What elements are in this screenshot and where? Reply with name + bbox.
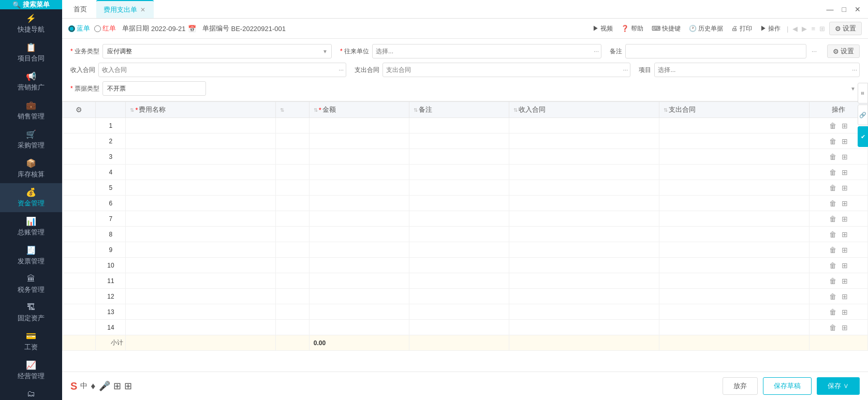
sidebar-item-marketing[interactable]: 📢营销推广	[0, 67, 62, 96]
cell-income-10[interactable]	[509, 258, 659, 273]
cell-name-3[interactable]	[126, 149, 276, 165]
cell-note-5[interactable]	[409, 180, 509, 196]
th-sort-sort-icon[interactable]: ⇅	[280, 107, 284, 113]
th-expense[interactable]: ⇅ 支出合同	[659, 102, 810, 118]
cell-income-14[interactable]	[509, 320, 659, 335]
input-expense-13[interactable]	[664, 308, 805, 316]
input-expense-4[interactable]	[664, 169, 805, 176]
input-expense-2[interactable]	[664, 138, 805, 145]
input-income-8[interactable]	[513, 231, 655, 238]
cell-amount-3[interactable]	[309, 149, 409, 165]
copy-row-9[interactable]: ⊞	[841, 245, 849, 255]
project-input[interactable]	[655, 66, 850, 73]
footer-icon-apps[interactable]: ⊞	[124, 380, 132, 392]
input-income-4[interactable]	[513, 169, 655, 176]
copy-row-1[interactable]: ⊞	[841, 121, 849, 131]
input-name-7[interactable]	[130, 215, 271, 223]
cell-note-8[interactable]	[409, 227, 509, 242]
delete-row-6[interactable]: 🗑	[828, 198, 837, 209]
cell-income-5[interactable]	[509, 180, 659, 196]
input-amount-8[interactable]	[314, 231, 405, 238]
cell-expense-3[interactable]	[659, 149, 810, 165]
cell-amount-10[interactable]	[309, 258, 409, 273]
input-amount-7[interactable]	[314, 215, 405, 223]
copy-row-7[interactable]: ⊞	[841, 214, 849, 224]
cell-amount-7[interactable]	[309, 211, 409, 227]
calendar-icon[interactable]: 📅	[188, 25, 196, 33]
action-history[interactable]: 🕐 历史单据	[687, 23, 725, 34]
footer-icon-s[interactable]: S	[70, 380, 77, 392]
cell-expense-4[interactable]	[659, 165, 810, 180]
th-income-sort-icon[interactable]: ⇅	[513, 107, 518, 113]
cell-note-6[interactable]	[409, 196, 509, 211]
input-amount-9[interactable]	[314, 246, 405, 254]
cell-name-11[interactable]	[126, 273, 276, 289]
input-note-8[interactable]	[414, 231, 505, 238]
th-income[interactable]: ⇅ 收入合同	[509, 102, 659, 118]
input-amount-3[interactable]	[314, 153, 405, 160]
partner-input[interactable]	[373, 48, 592, 55]
input-expense-1[interactable]	[664, 122, 805, 129]
input-note-10[interactable]	[414, 262, 505, 269]
cell-note-2[interactable]	[409, 134, 509, 149]
delete-row-12[interactable]: 🗑	[828, 291, 837, 302]
cell-note-9[interactable]	[409, 242, 509, 258]
cell-income-2[interactable]	[509, 134, 659, 149]
input-income-7[interactable]	[513, 215, 655, 223]
sidebar-item-sales-mgmt[interactable]: 💼销售管理	[0, 96, 62, 125]
th-amount[interactable]: ⇅ * 金额	[309, 102, 409, 118]
sidebar-item-invoice-mgmt[interactable]: 🧾发票管理	[0, 241, 62, 270]
action-print[interactable]: 🖨 打印	[729, 23, 754, 34]
delete-row-14[interactable]: 🗑	[828, 322, 837, 333]
input-note-3[interactable]	[414, 153, 505, 160]
settings-button[interactable]: ⚙ 设置	[829, 22, 862, 35]
cell-income-13[interactable]	[509, 304, 659, 320]
cell-note-13[interactable]	[409, 304, 509, 320]
input-note-2[interactable]	[414, 138, 505, 145]
delete-row-9[interactable]: 🗑	[828, 245, 837, 255]
cell-expense-13[interactable]	[659, 304, 810, 320]
input-amount-13[interactable]	[314, 308, 405, 316]
copy-row-12[interactable]: ⊞	[841, 291, 849, 302]
input-note-14[interactable]	[414, 324, 505, 331]
th-name[interactable]: ⇅ * 费用名称	[126, 102, 276, 118]
sidebar-item-payroll[interactable]: 💳工资	[0, 327, 62, 356]
sidebar-item-accounting[interactable]: 📊总账管理	[0, 212, 62, 241]
cell-amount-9[interactable]	[309, 242, 409, 258]
cell-note-7[interactable]	[409, 211, 509, 227]
input-amount-14[interactable]	[314, 324, 405, 331]
income-contract-more[interactable]: ···	[336, 66, 346, 73]
biz-type-select[interactable]: 应付调整	[102, 44, 332, 58]
copy-row-5[interactable]: ⊞	[841, 183, 849, 193]
tab-expense-close[interactable]: ✕	[139, 6, 146, 13]
sidebar-item-tax-mgmt[interactable]: 🏛税务管理	[0, 270, 62, 299]
cell-amount-2[interactable]	[309, 134, 409, 149]
delete-row-4[interactable]: 🗑	[828, 167, 837, 177]
cell-note-12[interactable]	[409, 289, 509, 304]
side-tool-check[interactable]: ✔	[858, 126, 868, 147]
expense-contract-more[interactable]: ···	[621, 66, 630, 73]
radio-blue-label[interactable]: 蓝单	[68, 24, 90, 33]
input-note-6[interactable]	[414, 200, 505, 207]
partner-more-icon[interactable]: ···	[592, 48, 601, 55]
input-amount-5[interactable]	[314, 184, 405, 191]
footer-icon-grid[interactable]: ⊞	[113, 380, 121, 392]
input-name-5[interactable]	[130, 184, 271, 191]
input-note-13[interactable]	[414, 308, 505, 316]
discard-button[interactable]: 放弃	[723, 377, 758, 395]
delete-row-1[interactable]: 🗑	[828, 121, 837, 131]
cell-amount-13[interactable]	[309, 304, 409, 320]
cell-note-1[interactable]	[409, 118, 509, 134]
cell-note-4[interactable]	[409, 165, 509, 180]
input-note-9[interactable]	[414, 246, 505, 254]
tab-expense[interactable]: 费用支出单 ✕	[96, 0, 154, 18]
copy-row-14[interactable]: ⊞	[841, 322, 849, 333]
sidebar-item-project-contract[interactable]: 📋项目合同	[0, 38, 62, 67]
cell-amount-12[interactable]	[309, 289, 409, 304]
cell-name-7[interactable]	[126, 211, 276, 227]
th-sort[interactable]: ⇅	[276, 102, 309, 118]
input-name-1[interactable]	[130, 122, 271, 129]
delete-row-10[interactable]: 🗑	[828, 260, 837, 271]
input-expense-6[interactable]	[664, 200, 805, 207]
copy-row-2[interactable]: ⊞	[841, 136, 849, 146]
